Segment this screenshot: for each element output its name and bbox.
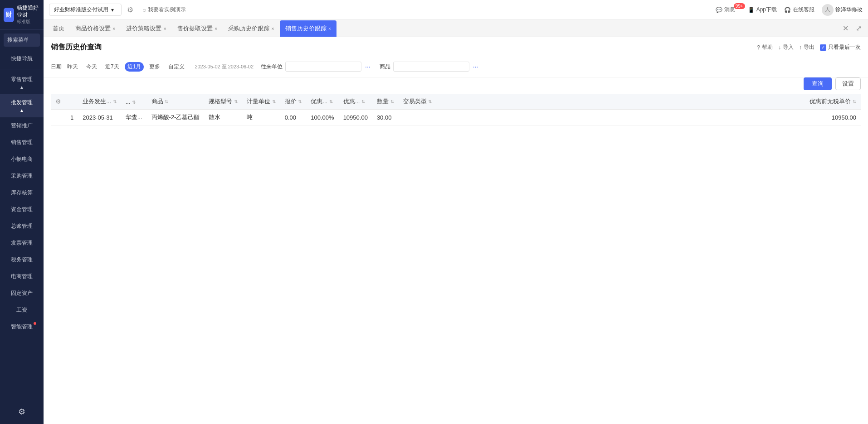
search-menu-button[interactable]: 搜索菜单 xyxy=(4,34,40,47)
col-label: 商品 xyxy=(151,98,163,105)
sort-icon[interactable]: ⇅ xyxy=(390,99,394,104)
gear-icon[interactable]: ⚙ xyxy=(55,98,61,105)
cell-settings xyxy=(51,110,66,125)
import-button[interactable]: ↓ 导入 xyxy=(778,43,794,51)
col-label: 业务发生... xyxy=(83,98,111,105)
sort-icon[interactable]: ⇅ xyxy=(234,99,238,104)
sidebar-item-label: 零售管理 xyxy=(11,76,33,83)
sidebar-item-inventory[interactable]: 库存核算 xyxy=(0,184,44,201)
sort-icon[interactable]: ⇅ xyxy=(329,99,333,104)
workspace-dropdown[interactable]: 好业财标准版交付试用 ▾ xyxy=(49,4,122,16)
sidebar-item-label: 库存核算 xyxy=(11,189,33,197)
topbar-right: 💬 消息 99+ 📱 App下载 🎧 在线客服 人 徐泽华修改 xyxy=(716,4,863,16)
col-label: 计量单位 xyxy=(247,98,270,105)
date-btn-last-month[interactable]: 近1月 xyxy=(125,62,144,72)
sidebar-bottom: ⚙ xyxy=(0,400,44,424)
sidebar-item-tax[interactable]: 税务管理 xyxy=(0,251,44,268)
sidebar-item-ecommerce[interactable]: 电商管理 xyxy=(0,268,44,285)
table-row: 1 2023-05-31 华查... 丙烯酸-2-乙基己酯 散水 吨 0.00 … xyxy=(51,110,861,125)
col-pretax-price: 优惠前无税单价 ⇅ xyxy=(805,94,861,110)
main-area: 好业财标准版交付试用 ▾ ⚙ ○ 我要看实例演示 💬 消息 99+ 📱 App下… xyxy=(44,0,868,424)
sidebar-item-label: 营销推广 xyxy=(11,122,33,130)
sidebar-item-label: 固定资产 xyxy=(11,289,33,297)
tab-label: 商品价格设置 xyxy=(75,24,111,33)
sort-icon[interactable]: ⇅ xyxy=(132,100,136,105)
date-btn-custom[interactable]: 自定义 xyxy=(166,62,187,72)
settings-button[interactable]: 设置 xyxy=(835,77,861,90)
partner-input[interactable] xyxy=(285,62,361,72)
app-download-button[interactable]: 📱 App下载 xyxy=(748,6,777,14)
smart-dot-badge xyxy=(34,322,36,325)
online-service-button[interactable]: 🎧 在线客服 xyxy=(784,6,814,14)
sidebar-item-purchase[interactable]: 采购管理 xyxy=(0,168,44,184)
product-input[interactable] xyxy=(393,62,469,72)
sidebar-item-ecommerce-small[interactable]: 小畅电商 xyxy=(0,151,44,168)
app-download-label: App下载 xyxy=(756,6,777,14)
sort-icon[interactable]: ⇅ xyxy=(428,99,432,104)
sidebar-item-fixed-assets[interactable]: 固定资产 xyxy=(0,285,44,302)
tab-purchase-strategy[interactable]: 进价策略设置 × xyxy=(121,20,171,37)
only-last-toggle[interactable]: ✓ 只看最后一次 xyxy=(820,43,861,51)
tab-close-icon[interactable]: × xyxy=(328,26,331,31)
sidebar-item-wholesale[interactable]: 批发管理 ▲ xyxy=(0,94,44,117)
tab-home[interactable]: 首页 xyxy=(47,20,70,37)
sidebar-item-marketing[interactable]: 营销推广 xyxy=(0,117,44,134)
app-download-icon: 📱 xyxy=(748,7,755,13)
sidebar-item-label: 销售管理 xyxy=(11,139,33,146)
expand-icon: ▲ xyxy=(20,108,24,113)
message-button[interactable]: 💬 消息 99+ xyxy=(716,6,741,14)
tab-purchase-history[interactable]: 采购历史价跟踪 × xyxy=(223,20,279,37)
col-settings: ⚙ xyxy=(51,94,66,110)
col-discount-amt: 优惠... ⇅ xyxy=(339,94,372,110)
sidebar-item-retail[interactable]: 零售管理 ▲ xyxy=(0,71,44,94)
col-spacer xyxy=(436,94,805,110)
sort-icon[interactable]: ⇅ xyxy=(853,99,856,104)
product-search-dots[interactable]: ··· xyxy=(471,63,480,70)
query-button[interactable]: 查询 xyxy=(804,77,832,90)
sidebar-nav-label: 快捷导航 xyxy=(11,55,33,63)
help-button[interactable]: ? 帮助 xyxy=(757,43,773,51)
sidebar-item-payroll[interactable]: 工资 xyxy=(0,302,44,318)
help-label: 帮助 xyxy=(762,43,773,51)
tab-close-icon[interactable]: × xyxy=(215,26,217,31)
date-btn-last7[interactable]: 近7天 xyxy=(102,62,122,72)
topbar-settings-button[interactable]: ⚙ xyxy=(125,4,135,16)
topbar-demo[interactable]: ○ 我要看实例演示 xyxy=(142,6,186,14)
only-last-label: 只看最后一次 xyxy=(828,43,861,51)
sort-icon[interactable]: ⇅ xyxy=(361,99,365,104)
date-btn-today[interactable]: 今天 xyxy=(83,62,100,72)
col-label: 交易类型 xyxy=(403,98,427,105)
col-label: 优惠... xyxy=(311,98,327,105)
sort-icon[interactable]: ⇅ xyxy=(272,99,276,104)
app-logo-sub: 标准版 xyxy=(17,19,40,25)
sort-icon[interactable]: ⇅ xyxy=(165,99,168,104)
partner-search-dots[interactable]: ··· xyxy=(363,63,372,70)
sidebar-item-general-ledger[interactable]: 总账管理 xyxy=(0,218,44,235)
sidebar-item-quick-nav[interactable]: 快捷导航 xyxy=(0,50,44,67)
date-btn-more[interactable]: 更多 xyxy=(146,62,163,72)
user-menu-button[interactable]: 人 徐泽华修改 xyxy=(822,4,863,16)
sidebar-item-smart[interactable]: 智能管理 xyxy=(0,318,44,335)
tab-close-icon[interactable]: × xyxy=(271,26,274,31)
sidebar-settings-button[interactable]: ⚙ xyxy=(4,403,40,420)
sort-icon[interactable]: ⇅ xyxy=(298,99,302,104)
expand-tab-button[interactable]: ⤢ xyxy=(853,23,864,34)
tab-price-extract[interactable]: 售价提取设置 × xyxy=(172,20,223,37)
tab-sales-history[interactable]: 销售历史价跟踪 × xyxy=(280,20,336,37)
tab-close-icon[interactable]: × xyxy=(112,26,115,31)
tab-product-price[interactable]: 商品价格设置 × xyxy=(70,20,121,37)
sidebar-item-finance[interactable]: 资金管理 xyxy=(0,201,44,218)
col-spec: 规格型号 ⇅ xyxy=(204,94,242,110)
only-last-checkbox[interactable]: ✓ xyxy=(820,44,826,51)
sort-icon[interactable]: ⇅ xyxy=(113,99,117,104)
tab-close-icon[interactable]: × xyxy=(163,26,166,31)
page-content: 销售历史价查询 ? 帮助 ↓ 导入 ↑ 导出 ✓ 只看最后一次 xyxy=(44,37,868,424)
close-tab-button[interactable]: ✕ xyxy=(840,23,851,34)
sidebar-item-sales[interactable]: 销售管理 xyxy=(0,134,44,151)
sidebar-item-invoice[interactable]: 发票管理 xyxy=(0,235,44,251)
col-label: 优惠前无税单价 xyxy=(809,98,851,105)
export-button[interactable]: ↑ 导出 xyxy=(799,43,814,51)
page-header: 销售历史价查询 ? 帮助 ↓ 导入 ↑ 导出 ✓ 只看最后一次 xyxy=(44,37,868,56)
import-label: 导入 xyxy=(783,43,794,51)
date-btn-yesterday[interactable]: 昨天 xyxy=(64,62,81,72)
